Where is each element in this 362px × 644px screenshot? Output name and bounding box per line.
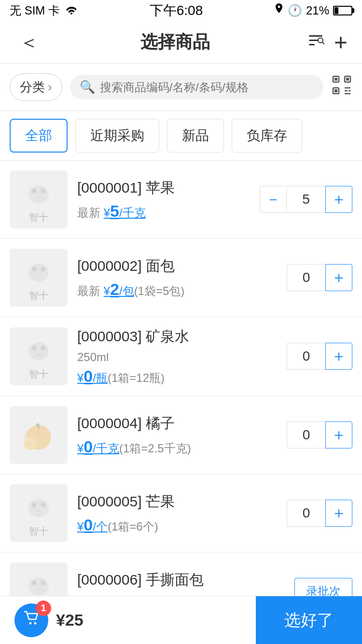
category-button[interactable]: 分类 › (10, 73, 62, 101)
svg-point-19 (42, 189, 44, 192)
cart-area: 1 ¥25 (0, 603, 256, 637)
svg-point-50 (42, 581, 44, 584)
bottom-bar: 1 ¥25 选好了 (0, 596, 362, 644)
svg-rect-2 (309, 44, 315, 45)
quantity-control: ＋ (287, 343, 352, 370)
product-info: [0000005] 芒果 ¥0/个(1箱=6个) (77, 492, 277, 534)
product-name: [0000002] 面包 (77, 256, 277, 276)
product-price: ¥0/千克(1箱=2.5千克) (77, 437, 277, 456)
tab-new[interactable]: 新品 (167, 119, 224, 153)
list-item: 智十 [0000002] 面包 最新 ¥2/包(1袋=5包) ＋ (0, 239, 362, 316)
search-box: 🔍 (70, 75, 323, 99)
product-price: 最新 ¥2/包(1袋=5包) (77, 280, 277, 299)
quantity-input[interactable] (287, 264, 325, 291)
tab-all[interactable]: 全部 (10, 119, 68, 153)
svg-rect-1 (309, 40, 319, 41)
list-item: [0000004] 橘子 ¥0/千克(1箱=2.5千克) ＋ (0, 396, 362, 474)
svg-point-34 (39, 429, 49, 439)
category-chevron-icon: › (48, 80, 52, 95)
quantity-increase-button[interactable]: ＋ (325, 186, 352, 213)
product-image: 智十 (10, 327, 68, 385)
tab-negative[interactable]: 负库存 (232, 119, 302, 153)
svg-rect-9 (334, 89, 337, 92)
svg-point-28 (33, 346, 36, 349)
svg-rect-10 (346, 78, 349, 81)
product-info: [0000002] 面包 最新 ¥2/包(1袋=5包) (77, 256, 277, 299)
cart-badge: 1 (36, 601, 51, 616)
svg-point-18 (33, 189, 36, 192)
status-right: 🕐 21% (274, 3, 352, 18)
confirm-button[interactable]: 选好了 (256, 596, 362, 644)
quantity-increase-button[interactable]: ＋ (325, 500, 352, 527)
quantity-decrease-button[interactable]: － (260, 186, 287, 213)
svg-point-23 (33, 267, 36, 270)
svg-point-29 (42, 346, 44, 349)
product-image: 智十 (10, 249, 68, 307)
svg-point-46 (28, 577, 49, 595)
cart-button[interactable]: 1 (14, 603, 48, 637)
quantity-increase-button[interactable]: ＋ (325, 264, 352, 291)
product-price: ¥0/个(1箱=6个) (77, 516, 277, 534)
svg-point-20 (28, 264, 49, 281)
tab-recent[interactable]: 近期采购 (75, 119, 159, 153)
svg-point-45 (42, 503, 44, 506)
back-button[interactable]: ＜ (14, 24, 43, 60)
product-info: [0000001] 苹果 最新 ¥5/千克 (77, 178, 250, 221)
svg-point-53 (34, 622, 37, 625)
alarm-icon: 🕐 (288, 4, 302, 17)
svg-point-24 (42, 267, 44, 270)
svg-point-15 (28, 185, 49, 203)
product-image: 智十 (10, 484, 68, 542)
quantity-increase-button[interactable]: ＋ (325, 421, 352, 448)
quantity-input[interactable] (287, 421, 325, 448)
quantity-control: － ＋ (260, 186, 352, 213)
cart-total: ¥25 (56, 611, 84, 630)
product-name: [0000003] 矿泉水 (77, 327, 277, 347)
search-icon: 🔍 (80, 80, 95, 95)
nav-bar: ＜ 选择商品 + (0, 21, 362, 64)
quantity-input[interactable] (287, 343, 325, 370)
product-info: [0000004] 橘子 ¥0/千克(1箱=2.5千克) (77, 414, 277, 456)
product-image (10, 406, 68, 464)
add-icon[interactable]: + (334, 29, 348, 56)
search-input[interactable] (100, 81, 314, 94)
filter-bar: 分类 › 🔍 (0, 64, 362, 111)
svg-point-3 (318, 38, 323, 43)
svg-rect-0 (309, 35, 322, 37)
svg-point-41 (28, 499, 49, 517)
svg-point-52 (29, 622, 32, 625)
product-info: [0000003] 矿泉水 250ml ¥0/瓶(1箱=12瓶) (77, 327, 277, 386)
svg-rect-8 (334, 78, 337, 81)
quantity-control: ＋ (287, 264, 352, 291)
product-spec: 250ml (77, 350, 277, 364)
product-name: [0000006] 手撕面包 (77, 570, 285, 590)
product-list: 智十 [0000001] 苹果 最新 ¥5/千克 － ＋ (0, 161, 362, 644)
product-name: [0000004] 橘子 (77, 414, 277, 434)
product-price: 最新 ¥5/千克 (77, 202, 250, 221)
svg-point-25 (28, 342, 49, 360)
carrier-label: 无 SIM 卡 (10, 3, 60, 18)
list-item: 智十 [0000005] 芒果 ¥0/个(1箱=6个) ＋ (0, 475, 362, 552)
tabs-bar: 全部 近期采购 新品 负库存 (0, 111, 362, 161)
battery-icon (333, 6, 352, 15)
svg-point-49 (33, 581, 36, 584)
battery-percent: 21% (306, 4, 329, 17)
nav-actions: + (307, 29, 348, 56)
status-time: 下午6:08 (150, 1, 203, 20)
product-image: 智十 (10, 170, 68, 228)
product-price: ¥0/瓶(1箱=12瓶) (77, 367, 277, 386)
quantity-control: ＋ (287, 421, 352, 448)
location-icon (274, 3, 284, 18)
category-label: 分类 (20, 79, 45, 96)
quantity-input[interactable] (287, 500, 325, 527)
page-title: 选择商品 (140, 30, 210, 54)
svg-line-4 (322, 42, 324, 44)
filter-icon[interactable] (307, 31, 324, 53)
list-item: 智十 [0000003] 矿泉水 250ml ¥0/瓶(1箱=12瓶) ＋ (0, 317, 362, 395)
status-left: 无 SIM 卡 (10, 3, 78, 18)
scan-icon[interactable] (331, 74, 352, 100)
product-name: [0000005] 芒果 (77, 492, 277, 512)
quantity-input[interactable] (287, 186, 325, 213)
list-item: 智十 [0000001] 苹果 最新 ¥5/千克 － ＋ (0, 161, 362, 238)
quantity-increase-button[interactable]: ＋ (325, 343, 352, 370)
